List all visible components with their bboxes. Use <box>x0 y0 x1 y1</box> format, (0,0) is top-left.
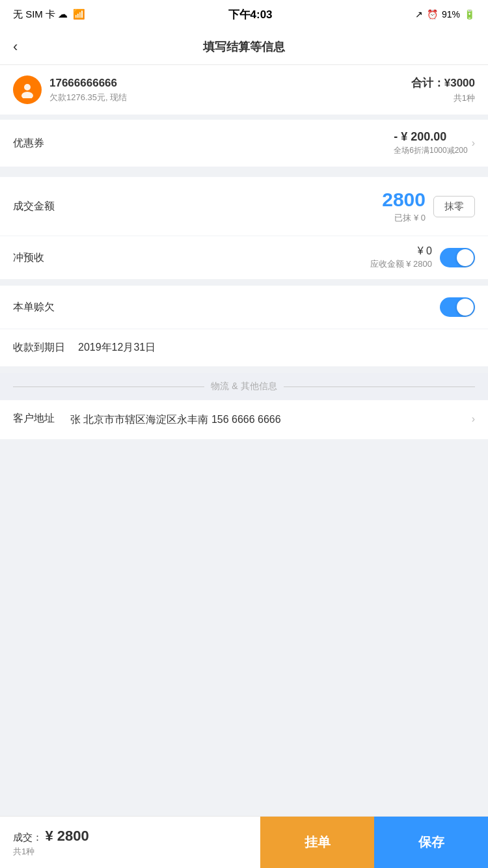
toggle-knob <box>457 249 474 266</box>
status-bar: 无 SIM 卡 ☁ 📶 下午4:03 ↗ ⏰ 91% 🔋 <box>0 0 488 29</box>
logistics-divider: 物流 & 其他信息 <box>0 373 488 400</box>
deal-section: 成交金额 2800 已抹 ¥ 0 抹零 冲预收 ¥ 0 应收金额 ¥ 2800 <box>0 177 488 279</box>
status-time: 下午4:03 <box>228 7 273 22</box>
bottom-deal-amount: ¥ 2800 <box>45 828 88 844</box>
status-right: ↗ ⏰ 91% 🔋 <box>415 9 475 20</box>
bottom-deal-row: 成交： ¥ 2800 <box>13 828 247 845</box>
credit-label: 本单赊欠 <box>13 301 55 314</box>
no-sim-label: 无 SIM 卡 ☁ <box>13 8 68 21</box>
prepay-right: ¥ 0 应收金额 ¥ 2800 <box>370 245 475 270</box>
svg-point-0 <box>24 84 31 90</box>
hang-button[interactable]: 挂单 <box>260 817 374 869</box>
content-spacer <box>0 439 488 543</box>
deal-right: 2800 已抹 ¥ 0 抹零 <box>382 189 475 224</box>
wifi-icon: 📶 <box>73 8 85 20</box>
credit-toggle-knob <box>457 299 474 316</box>
coupon-desc: 全场6折满1000减200 <box>394 145 467 156</box>
coupon-row[interactable]: 优惠券 - ¥ 200.00 全场6折满1000减200 › <box>0 120 488 167</box>
credit-toggle[interactable] <box>440 297 475 317</box>
customer-phone: 17666666666 <box>49 77 127 90</box>
save-button[interactable]: 保存 <box>374 817 488 869</box>
coupon-label: 优惠券 <box>13 137 44 150</box>
battery-label: 91% <box>442 9 460 20</box>
deal-sub: 已抹 ¥ 0 <box>382 212 426 224</box>
coupon-right: - ¥ 200.00 全场6折满1000减200 › <box>394 130 475 156</box>
avatar <box>13 75 42 104</box>
nav-bar: ‹ 填写结算等信息 <box>0 29 488 65</box>
bottom-deal-label: 成交： <box>13 832 42 843</box>
page-title: 填写结算等信息 <box>203 39 285 55</box>
divider-line-right <box>284 387 475 387</box>
address-row[interactable]: 客户地址 张 北京市市辖区海淀区永丰南 156 6666 6666 › <box>0 400 488 439</box>
duedate-row: 收款到期日 2019年12月31日 <box>0 329 488 366</box>
prepay-amount: ¥ 0 <box>370 245 432 257</box>
customer-left: 17666666666 欠款1276.35元, 现结 <box>13 75 127 104</box>
customer-info: 17666666666 欠款1276.35元, 现结 <box>49 77 127 103</box>
address-label: 客户地址 <box>13 412 65 426</box>
duedate-label: 收款到期日 <box>13 341 65 355</box>
deal-amount-value: 2800 <box>382 189 426 211</box>
section-divider-1 <box>0 172 488 177</box>
bottom-summary: 成交： ¥ 2800 共1种 <box>0 828 260 858</box>
duedate-value: 2019年12月31日 <box>78 341 156 355</box>
svg-point-1 <box>21 92 33 98</box>
address-chevron-icon: › <box>472 413 475 425</box>
credit-row: 本单赊欠 <box>0 286 488 329</box>
deal-label: 成交金额 <box>13 200 55 213</box>
customer-card: 17666666666 欠款1276.35元, 现结 合计：¥3000 共1种 <box>0 65 488 115</box>
total-amount: 合计：¥3000 <box>411 75 475 90</box>
bottom-count: 共1种 <box>13 846 247 858</box>
customer-debt: 欠款1276.35元, 现结 <box>49 92 127 103</box>
prepay-row: 冲预收 ¥ 0 应收金额 ¥ 2800 <box>0 236 488 279</box>
address-value: 张 北京市市辖区海淀区永丰南 156 6666 6666 <box>70 412 467 427</box>
prepay-amount-block: ¥ 0 应收金额 ¥ 2800 <box>370 245 432 270</box>
prepay-label: 冲预收 <box>13 251 44 265</box>
alarm-icon: ⏰ <box>427 9 438 20</box>
logistics-label: 物流 & 其他信息 <box>211 381 277 392</box>
divider-line-left <box>13 387 204 387</box>
coupon-chevron-icon: › <box>472 137 475 149</box>
content: 17666666666 欠款1276.35元, 现结 合计：¥3000 共1种 … <box>0 65 488 543</box>
section-divider-2 <box>0 279 488 286</box>
section-divider-3 <box>0 366 488 373</box>
coupon-discount: - ¥ 200.00 <box>394 130 467 144</box>
customer-right: 合计：¥3000 共1种 <box>411 75 475 104</box>
round-button[interactable]: 抹零 <box>433 196 475 217</box>
location-icon: ↗ <box>415 9 423 20</box>
status-left: 无 SIM 卡 ☁ 📶 <box>13 8 85 21</box>
bottom-bar: 成交： ¥ 2800 共1种 挂单 保存 <box>0 816 488 868</box>
back-button[interactable]: ‹ <box>13 38 18 55</box>
total-count: 共1种 <box>411 92 475 104</box>
prepay-toggle[interactable] <box>440 248 475 267</box>
prepay-sub: 应收金额 ¥ 2800 <box>370 258 432 270</box>
deal-row: 成交金额 2800 已抹 ¥ 0 抹零 <box>0 177 488 236</box>
battery-icon: 🔋 <box>464 9 475 20</box>
